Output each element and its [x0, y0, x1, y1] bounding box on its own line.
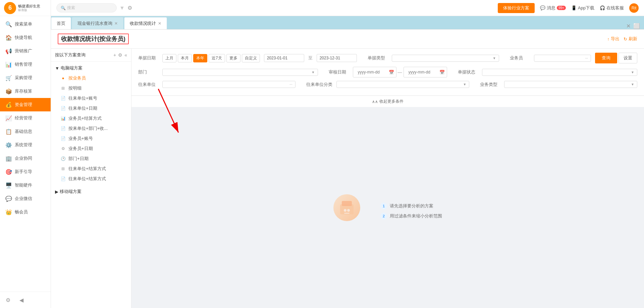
sidebar-item-enterprise[interactable]: 🏢 企业协同: [0, 152, 51, 165]
date-btn-7days[interactable]: 近7天: [209, 54, 225, 62]
date-btn-custom[interactable]: 自定义: [242, 54, 260, 62]
refresh-btn[interactable]: ↻ 刷新: [624, 36, 637, 42]
calendar-from-icon[interactable]: 📅: [389, 70, 394, 75]
svg-rect-1: [342, 201, 352, 206]
business-type-select[interactable]: ▼: [504, 81, 637, 88]
review-from-input[interactable]: [355, 68, 389, 76]
doc-status-select[interactable]: ▼: [482, 69, 638, 76]
date-to-input[interactable]: [317, 54, 357, 62]
scheme-item-by-salesperson[interactable]: ● 按业务员: [51, 73, 131, 83]
empty-steps: 1 请先选择要分析的方案 2 用过滤条件来缩小分析范围: [380, 203, 442, 219]
scheme-group-desktop-title[interactable]: ▼ 电脑端方案: [51, 63, 131, 73]
sidebar-item-hardware[interactable]: 🖥️ 智能硬件: [0, 178, 51, 192]
settings-btn[interactable]: 设置: [619, 53, 637, 63]
sidebar-item-wechat[interactable]: 💬 企业微信: [0, 192, 51, 205]
date-label: 单据日期: [138, 55, 158, 61]
empty-state-area: 1 请先选择要分析的方案 2 用过滤条件来缩小分析范围: [131, 107, 644, 308]
user-avatar[interactable]: Rit: [629, 3, 639, 13]
counterpart-select[interactable]: ···: [162, 81, 296, 88]
scheme-collapse-btn[interactable]: «: [124, 52, 127, 58]
sidebar-item-system[interactable]: ⚙️ 系统管理: [0, 138, 51, 152]
export-btn[interactable]: ↑ 导出: [607, 36, 620, 42]
app-download-btn[interactable]: 📱 App下载: [571, 5, 594, 11]
scheme-desktop-group: ▼ 电脑端方案 ● 按业务员 ⊞ 按明细 📄 往来单位+账号 📄 往来单: [51, 62, 131, 185]
counterpart-more-icon: ···: [289, 83, 292, 86]
filter-buttons: 查询 设置: [595, 53, 637, 63]
date-btn-more[interactable]: 更多: [226, 54, 240, 62]
scheme-item-counterpart-dept[interactable]: 📄 按来单位+部门+收...: [51, 123, 131, 134]
doc-status-chevron-icon: ▼: [631, 70, 634, 74]
sidebar-item-marketing[interactable]: 📢 营销推广: [0, 44, 51, 58]
close-window-btn[interactable]: ✕: [626, 23, 631, 29]
topbar-search-box[interactable]: 🔍 搜索: [56, 3, 117, 12]
scheme-item-counterpart-date[interactable]: 📄 往来单位+日期: [51, 103, 131, 113]
sidebar-item-search[interactable]: 🔍 搜索菜单: [0, 17, 51, 31]
sidebar-item-purchase[interactable]: 🛒 采购管理: [0, 71, 51, 85]
topbar-settings-icon[interactable]: ⚙: [127, 5, 132, 11]
date-btn-last-month[interactable]: 上月: [162, 54, 176, 62]
sales-icon: 📊: [5, 61, 12, 68]
system-icon: ⚙️: [5, 142, 12, 148]
salesperson-select[interactable]: ···: [534, 55, 591, 62]
logo-icon: 6: [4, 2, 16, 14]
scheme-item-salesperson-date[interactable]: ⚙ 业务员+日期: [51, 144, 131, 154]
review-to-input[interactable]: [406, 68, 439, 76]
chevron-right-icon: ▶: [55, 189, 58, 194]
scheme-settings-btn[interactable]: ⚙: [118, 52, 122, 58]
query-btn[interactable]: 查询: [595, 53, 617, 63]
topbar: 🔍 搜索 ▼ ⚙ 体验行业方案 💬 消息 99+ 📱 App下载 🎧 在线客服: [51, 0, 644, 16]
sidebar-item-fund[interactable]: 💰 资金管理: [0, 98, 51, 111]
tab-home[interactable]: 首页: [51, 17, 71, 29]
tab-bank-flow-close[interactable]: ✕: [114, 21, 118, 26]
collapse-more-btn[interactable]: ∧∧ 收起更多条件: [372, 99, 404, 104]
tab-receipt-stats[interactable]: 收款情况统计 ✕: [124, 17, 167, 29]
filter-row-1: 单据日期 上月 本月 本年 近7天 更多 自定义 至: [138, 53, 637, 63]
sidebar-item-inventory[interactable]: 📦 库存核算: [0, 85, 51, 98]
scheme-item-icon-detail: ⊞: [60, 86, 66, 91]
sidebar-nav: 🔍 搜索菜单 🏠 快捷导航 📢 营销推广 📊 销售管理 🛒 采购管理 📦 库存核…: [0, 16, 51, 292]
scheme-item-dept-date[interactable]: 🕐 部门+日期: [51, 154, 131, 164]
scheme-item-salesperson-account[interactable]: 📄 业务员+账号: [51, 134, 131, 144]
topbar-dropdown-icon[interactable]: ▼: [119, 5, 125, 11]
sidebar-item-member[interactable]: 👑 畅会员: [0, 205, 51, 219]
online-service-btn[interactable]: 🎧 在线客服: [600, 5, 624, 11]
calendar-to-icon[interactable]: 📅: [439, 70, 445, 75]
date-btn-this-year[interactable]: 本年: [193, 54, 207, 62]
date-from-input[interactable]: [264, 54, 304, 62]
chevron-down-icon: ▼: [55, 66, 59, 71]
sidebar-collapse-btn[interactable]: ◀: [16, 295, 27, 305]
home-icon: 🏠: [5, 34, 12, 41]
hardware-icon: 🖥️: [5, 182, 12, 189]
tab-receipt-stats-close[interactable]: ✕: [158, 21, 161, 26]
date-btn-this-month[interactable]: 本月: [178, 54, 192, 62]
scheme-item-salesperson-settlement[interactable]: 📊 业务员+结算方式: [51, 113, 131, 123]
operations-icon: 📈: [5, 115, 12, 121]
dept-select[interactable]: ▼: [162, 69, 318, 76]
filter-row-3: 往来单位 ··· 往来单位分类 ▼ 业务类型: [138, 81, 637, 88]
scheme-group-mobile-title[interactable]: ▶ 移动端方案: [51, 187, 131, 197]
scheme-item-counterpart-settlement2[interactable]: 📄 往来单位+结算方式: [51, 174, 131, 184]
scheme-item-counterpart-account[interactable]: 📄 往来单位+账号: [51, 93, 131, 103]
doc-type-select[interactable]: ▼: [392, 55, 499, 62]
logo-text: 畅捷通好生意 标准版: [18, 4, 40, 12]
svg-rect-4: [344, 213, 350, 214]
sidebar-settings-btn[interactable]: ⚙: [3, 295, 13, 305]
page-header: 收款情况统计(按业务员) ↑ 导出 ↻ 刷新: [51, 30, 644, 49]
sidebar-item-sales[interactable]: 📊 销售管理: [0, 58, 51, 71]
maximize-window-btn[interactable]: ⬜: [633, 23, 640, 29]
sidebar-item-operations[interactable]: 📈 经营管理: [0, 111, 51, 125]
scheme-add-btn[interactable]: +: [113, 52, 116, 58]
message-btn[interactable]: 💬 消息 99+: [540, 5, 566, 11]
salesperson-chevron-icon: ···: [585, 56, 588, 60]
tab-bank-flow[interactable]: 现金银行流水查询 ✕: [72, 17, 123, 29]
sidebar-item-guide[interactable]: 🎯 新手引导: [0, 165, 51, 178]
scheme-item-counterpart-settlement1[interactable]: ⊞ 往来单位+结算方式: [51, 164, 131, 174]
counterpart-category-select[interactable]: ▼: [336, 81, 470, 88]
export-icon: ↑: [607, 37, 610, 42]
sidebar-item-basic-info[interactable]: 📋 基础信息: [0, 125, 51, 138]
trial-btn[interactable]: 体验行业方案: [498, 3, 535, 13]
scheme-item-icon-ca: 📄: [60, 96, 66, 101]
scheme-item-icon-cpd: 📄: [60, 126, 66, 131]
sidebar-item-quick-nav[interactable]: 🏠 快捷导航: [0, 31, 51, 44]
scheme-item-by-detail[interactable]: ⊞ 按明细: [51, 83, 131, 93]
